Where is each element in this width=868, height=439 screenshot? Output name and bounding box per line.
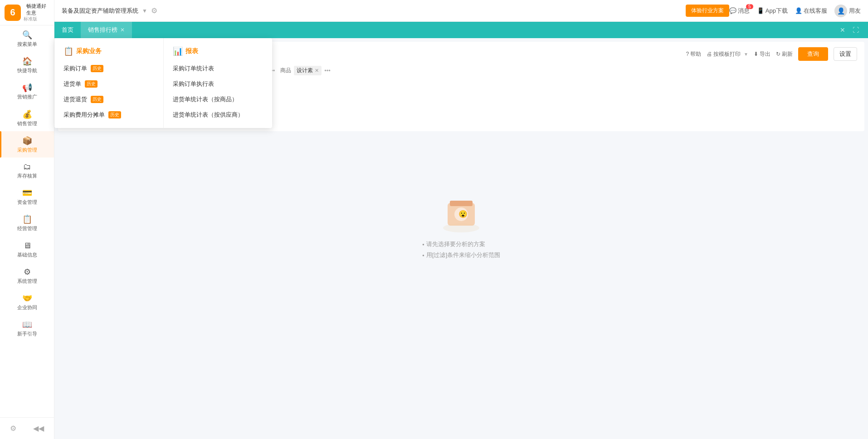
goods-label: 商品 (280, 67, 291, 74)
report-incoming-goods-label: 进货单统计表（按商品） (173, 95, 238, 104)
newbie-label: 新手引导 (17, 331, 37, 337)
tab-home-label: 首页 (62, 26, 73, 34)
purchase-order-item[interactable]: 采购订单 历史 (54, 61, 163, 76)
inventory-label: 库存核算 (17, 173, 37, 179)
purchase-order-label: 采购订单 (63, 64, 87, 73)
tab-sales-rank[interactable]: 销售排行榜 ✕ (81, 22, 132, 38)
app-download-btn[interactable]: 📱 App下载 (757, 7, 788, 15)
marketing-label: 营销推广 (17, 94, 37, 100)
report-incoming-supplier-label: 进货单统计表（按供应商） (173, 111, 244, 119)
incoming-item[interactable]: 进货单 历史 (54, 76, 163, 92)
app-download-label: App下载 (766, 7, 788, 15)
empty-hint-2: 用[过滤]条件来缩小分析范围 (422, 251, 500, 259)
purchase-col: 📋 采购业务 采购订单 历史 进货单 历史 进货退货 历史 采购费用分摊单 历史 (54, 38, 164, 128)
report-order-stat-label: 采购订单统计表 (173, 64, 214, 73)
purchase-label: 采购管理 (17, 147, 37, 153)
export-btn[interactable]: ⬇ 导出 (754, 50, 770, 58)
sidebar-item-quick[interactable]: 🏠快捷导航 (0, 52, 54, 78)
system-title: 装备及固定资产辅助管理系统 (62, 7, 138, 15)
export-label: 导出 (760, 50, 770, 58)
report-header: 📊 报表 (164, 44, 273, 61)
purchase-dropdown-menu: 📋 采购业务 采购订单 历史 进货单 历史 进货退货 历史 采购费用分摊单 历史… (54, 38, 272, 128)
tabs-bar: 首页 销售排行榜 ✕ ✕ ⛶ (54, 22, 868, 38)
topbar-title: 装备及固定资产辅助管理系统 ▼ ⚙ (62, 6, 682, 15)
help-label: 帮助 (690, 50, 701, 58)
help-icon: ? (686, 51, 689, 57)
operations-icon: 📋 (22, 214, 32, 224)
purchase-icon: 📦 (22, 136, 32, 146)
goods-tag: 设计素 ✕ (294, 66, 322, 75)
logo-icon: 6 (5, 5, 21, 21)
topbar-settings-icon[interactable]: ⚙ (151, 6, 157, 15)
topbar-right: 💬 消息 5 📱 App下载 👤 在线客服 👤 用友 (729, 5, 861, 17)
collapse-footer-icon[interactable]: ◀◀ (33, 424, 44, 433)
sidebar: 6 畅捷通好生意 标准版 🔍搜索菜单🏠快捷导航📢营销推广💰销售管理📦采购管理🗂库… (0, 0, 54, 439)
purchase-order-history[interactable]: 历史 (91, 65, 103, 72)
sidebar-logo: 6 畅捷通好生意 标准版 (0, 0, 54, 25)
capital-label: 资金管理 (17, 199, 37, 205)
service-icon: 👤 (795, 7, 802, 14)
empty-hints: 请先选择要分析的方案 用[过滤]条件来缩小分析范围 (422, 240, 500, 262)
inventory-icon: 🗂 (23, 162, 31, 172)
sidebar-item-system[interactable]: ⚙系统管理 (0, 262, 54, 289)
logo-text: 畅捷通好生意 (26, 3, 49, 16)
sidebar-item-purchase[interactable]: 📦采购管理 (0, 131, 54, 158)
system-label: 系统管理 (17, 278, 37, 284)
expense-item[interactable]: 采购费用分摊单 历史 (54, 107, 163, 123)
goods-tag-text: 设计素 (297, 67, 313, 74)
sidebar-item-inventory[interactable]: 🗂库存核算 (0, 158, 54, 183)
report-order-stat[interactable]: 采购订单统计表 (164, 61, 273, 76)
basic-icon: 🖥 (23, 241, 31, 251)
expense-history[interactable]: 历史 (108, 111, 121, 118)
print-chevron: ▼ (744, 52, 748, 57)
report-incoming-supplier[interactable]: 进货单统计表（按供应商） (164, 107, 273, 123)
tab-sales-rank-close[interactable]: ✕ (120, 27, 125, 33)
operations-label: 经营管理 (17, 226, 37, 232)
user-menu[interactable]: 👤 用友 (834, 5, 861, 17)
sidebar-item-operations[interactable]: 📋经营管理 (0, 210, 54, 236)
return-history[interactable]: 历史 (91, 96, 103, 103)
purchase-header: 📋 采购业务 (54, 44, 163, 61)
report-incoming-goods[interactable]: 进货单统计表（按商品） (164, 92, 273, 107)
query-btn[interactable]: 查询 (798, 47, 828, 61)
svg-text:😮: 😮 (458, 210, 468, 218)
tabs-close-all[interactable]: ✕ (840, 26, 845, 34)
print-label: 按模板打印 (713, 50, 741, 58)
sidebar-footer: ⚙ ◀◀ (0, 417, 54, 439)
print-btn[interactable]: 🖨 按模板打印 ▼ (707, 50, 748, 58)
industry-btn[interactable]: 体验行业方案 (686, 5, 729, 17)
svg-rect-2 (450, 201, 473, 206)
help-btn[interactable]: ? 帮助 (686, 50, 701, 58)
topbar-dropdown-arrow[interactable]: ▼ (142, 8, 147, 14)
sidebar-item-sales[interactable]: 💰销售管理 (0, 105, 54, 131)
tab-home[interactable]: 首页 (54, 22, 81, 38)
goods-tag-close[interactable]: ✕ (315, 68, 319, 74)
message-badge: 5 (746, 4, 753, 9)
message-btn[interactable]: 💬 消息 5 (729, 7, 750, 15)
incoming-history[interactable]: 历史 (85, 80, 98, 88)
set-btn[interactable]: 设置 (834, 47, 857, 61)
online-service-label: 在线客服 (804, 7, 827, 15)
print-icon: 🖨 (707, 51, 712, 57)
return-label: 进货退货 (63, 95, 87, 104)
refresh-btn[interactable]: ↻ 刷新 (776, 50, 793, 58)
user-name: 用友 (849, 7, 861, 15)
empty-state: 😮 请先选择要分析的方案 用[过滤]条件来缩小分析范围 (54, 135, 868, 316)
sidebar-item-search[interactable]: 🔍搜索菜单 (0, 25, 54, 52)
sidebar-item-basic[interactable]: 🖥基础信息 (0, 237, 54, 262)
refresh-icon: ↻ (776, 51, 780, 57)
sales-label: 销售管理 (17, 121, 37, 127)
sidebar-item-enterprise[interactable]: 🤝企业协同 (0, 289, 54, 315)
online-service-btn[interactable]: 👤 在线客服 (795, 7, 827, 15)
return-item[interactable]: 进货退货 历史 (54, 92, 163, 107)
settings-footer-icon[interactable]: ⚙ (10, 424, 16, 433)
goods-dots[interactable]: ••• (324, 67, 331, 74)
sidebar-item-newbie[interactable]: 📖新手引导 (0, 315, 54, 341)
sidebar-item-capital[interactable]: 💳资金管理 (0, 183, 54, 210)
report-order-exec[interactable]: 采购订单执行表 (164, 76, 273, 92)
tabs-expand[interactable]: ⛶ (853, 26, 859, 34)
system-icon: ⚙ (24, 267, 31, 277)
sidebar-item-marketing[interactable]: 📢营销推广 (0, 78, 54, 104)
refresh-label: 刷新 (782, 50, 793, 58)
sales-icon: 💰 (22, 109, 32, 119)
